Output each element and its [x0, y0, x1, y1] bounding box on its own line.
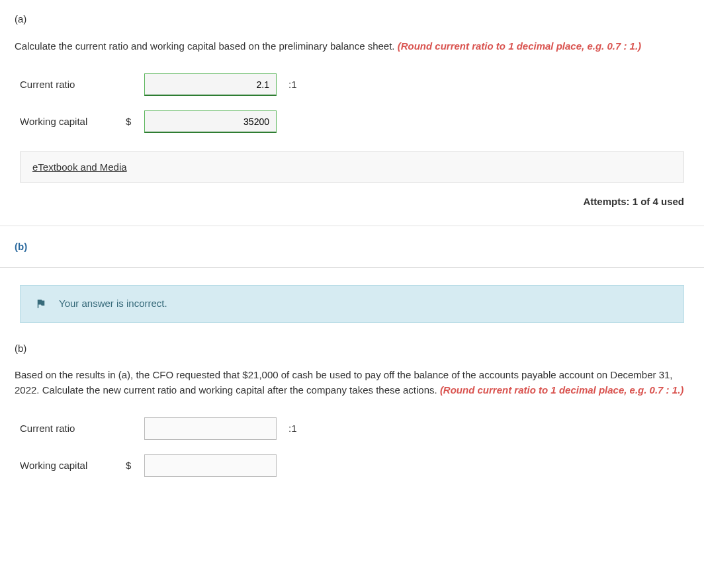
current-ratio-row-a: Current ratio :1 — [15, 73, 689, 96]
working-capital-row-a: Working capital $ — [15, 110, 689, 133]
currency-sign-a: $ — [126, 114, 144, 130]
feedback-text: Your answer is incorrect. — [59, 296, 167, 312]
etextbook-media-button[interactable]: eTextbook and Media — [20, 151, 684, 183]
part-b-section: (b) Based on the results in (a), the CFO… — [15, 341, 689, 478]
current-ratio-input-a[interactable] — [144, 73, 277, 96]
current-ratio-suffix-a: :1 — [288, 77, 297, 93]
attempts-text: Attempts: 1 of 4 used — [15, 188, 689, 226]
current-ratio-label-a: Current ratio — [20, 77, 126, 93]
working-capital-row-b: Working capital $ — [15, 454, 689, 477]
flag-icon — [35, 298, 47, 310]
current-ratio-row-b: Current ratio :1 — [15, 417, 689, 440]
currency-sign-b: $ — [126, 458, 144, 474]
feedback-box: Your answer is incorrect. — [20, 285, 684, 323]
working-capital-label-b: Working capital — [20, 458, 126, 474]
part-b-instruction: Based on the results in (a), the CFO req… — [15, 368, 689, 398]
part-b-header-band: (b) — [0, 226, 704, 269]
part-a-section: (a) Calculate the current ratio and work… — [15, 12, 689, 226]
part-a-label: (a) — [15, 12, 689, 27]
current-ratio-suffix-b: :1 — [288, 421, 297, 437]
part-a-instruction-hint: (Round current ratio to 1 decimal place,… — [398, 40, 641, 52]
current-ratio-label-b: Current ratio — [20, 421, 126, 437]
current-ratio-input-b[interactable] — [144, 417, 277, 440]
working-capital-input-b[interactable] — [144, 454, 277, 477]
part-b-label: (b) — [15, 341, 689, 357]
part-a-instruction-text: Calculate the current ratio and working … — [15, 40, 398, 52]
part-b-instruction-hint: (Round current ratio to 1 decimal place,… — [440, 384, 683, 396]
part-b-header: (b) — [0, 239, 704, 255]
working-capital-label-a: Working capital — [20, 114, 126, 130]
working-capital-input-a[interactable] — [144, 110, 277, 133]
part-a-instruction: Calculate the current ratio and working … — [15, 39, 689, 54]
